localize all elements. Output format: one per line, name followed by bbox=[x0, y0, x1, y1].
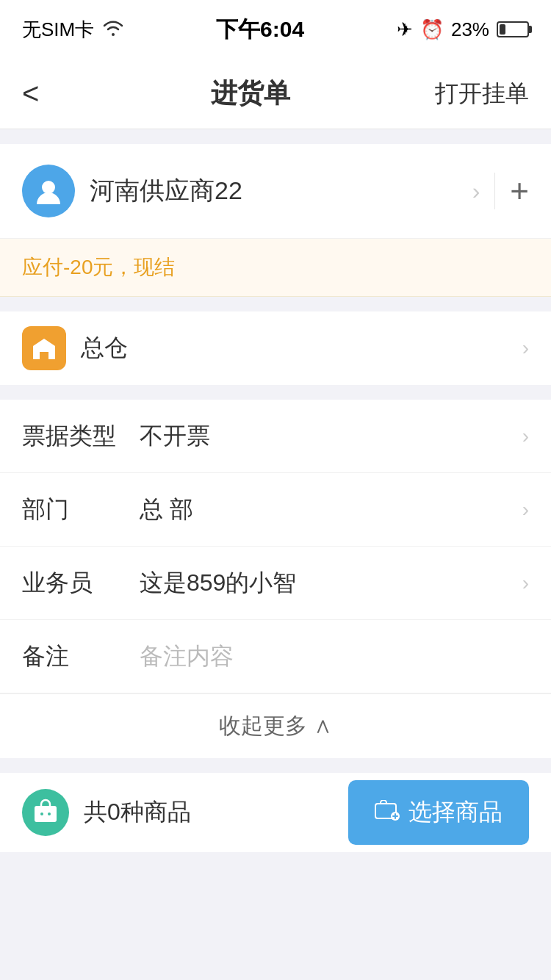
status-left: 无SIM卡 bbox=[22, 17, 123, 43]
svg-point-0 bbox=[42, 181, 55, 194]
nav-bar: < 进货单 打开挂单 bbox=[0, 59, 551, 129]
open-pending-button[interactable]: 打开挂单 bbox=[435, 78, 529, 110]
warehouse-name: 总仓 bbox=[81, 332, 522, 364]
bottom-section: 共0种商品 选择商品 bbox=[0, 773, 551, 852]
battery-icon bbox=[497, 21, 529, 37]
time-display: 下午6:04 bbox=[216, 15, 304, 45]
wifi-icon bbox=[103, 18, 123, 41]
carrier-text: 无SIM卡 bbox=[22, 17, 94, 43]
invoice-value: 不开票 bbox=[140, 420, 522, 453]
warehouse-section: 总仓 › bbox=[0, 311, 551, 385]
svg-rect-1 bbox=[40, 352, 48, 359]
invoice-chevron-icon: › bbox=[522, 425, 529, 448]
salesman-label: 业务员 bbox=[22, 567, 140, 599]
warehouse-icon bbox=[22, 326, 66, 370]
back-button[interactable]: < bbox=[22, 77, 66, 110]
vertical-divider bbox=[494, 173, 495, 209]
select-product-icon bbox=[375, 800, 400, 826]
alarm-icon: ⏰ bbox=[420, 18, 444, 41]
svg-rect-2 bbox=[35, 806, 57, 822]
salesman-row[interactable]: 业务员 这是859的小智 › bbox=[0, 547, 551, 620]
remark-label: 备注 bbox=[22, 641, 140, 673]
invoice-label: 票据类型 bbox=[22, 420, 140, 453]
salesman-chevron-icon: › bbox=[522, 572, 529, 595]
battery-percentage: 23% bbox=[451, 18, 489, 41]
department-row[interactable]: 部门 总 部 › bbox=[0, 473, 551, 547]
form-section: 票据类型 不开票 › 部门 总 部 › 业务员 这是859的小智 › 备注 备注… bbox=[0, 400, 551, 758]
collapse-button[interactable]: 收起更多 ∧ bbox=[0, 693, 551, 758]
product-count: 共0种商品 bbox=[84, 796, 348, 829]
department-value: 总 部 bbox=[140, 494, 522, 526]
remark-row[interactable]: 备注 备注内容 bbox=[0, 620, 551, 693]
select-product-label: 选择商品 bbox=[408, 796, 503, 829]
warehouse-row[interactable]: 总仓 › bbox=[0, 311, 551, 385]
supplier-row[interactable]: 河南供应商22 › + bbox=[0, 144, 551, 239]
status-right: ✈ ⏰ 23% bbox=[397, 18, 529, 41]
svg-point-3 bbox=[40, 813, 43, 815]
department-label: 部门 bbox=[22, 494, 140, 526]
top-divider bbox=[0, 129, 551, 144]
remark-placeholder: 备注内容 bbox=[140, 641, 529, 673]
add-supplier-button[interactable]: + bbox=[510, 173, 529, 209]
salesman-value: 这是859的小智 bbox=[140, 567, 522, 599]
location-icon: ✈ bbox=[397, 18, 413, 41]
collapse-label: 收起更多 ∧ bbox=[219, 711, 331, 741]
alert-text: 应付-20元，现结 bbox=[22, 256, 175, 278]
section-divider-1 bbox=[0, 297, 551, 311]
alert-banner: 应付-20元，现结 bbox=[0, 239, 551, 297]
product-icon bbox=[22, 789, 69, 836]
warehouse-chevron-icon: › bbox=[522, 336, 529, 360]
department-chevron-icon: › bbox=[522, 498, 529, 522]
invoice-row[interactable]: 票据类型 不开票 › bbox=[0, 400, 551, 473]
supplier-avatar bbox=[22, 165, 75, 217]
section-divider-2 bbox=[0, 385, 551, 400]
supplier-section: 河南供应商22 › + 应付-20元，现结 bbox=[0, 144, 551, 297]
select-product-button[interactable]: 选择商品 bbox=[348, 780, 529, 845]
page-title: 进货单 bbox=[211, 76, 290, 112]
status-bar: 无SIM卡 下午6:04 ✈ ⏰ 23% bbox=[0, 0, 551, 59]
main-content: 河南供应商22 › + 应付-20元，现结 总仓 › bbox=[0, 129, 551, 980]
supplier-name: 河南供应商22 bbox=[90, 174, 472, 208]
svg-point-4 bbox=[48, 813, 51, 815]
supplier-chevron-icon: › bbox=[472, 178, 480, 205]
